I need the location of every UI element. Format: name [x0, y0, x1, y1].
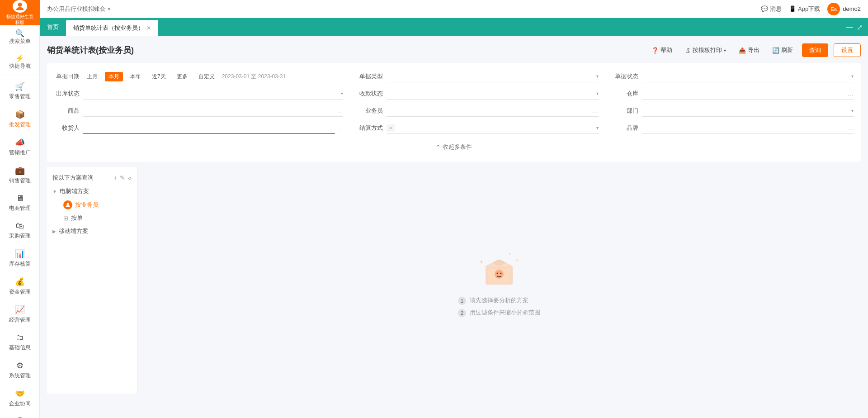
collapse-button[interactable]: ⌃ 收起多条件	[436, 143, 472, 151]
dept-select[interactable]: ▾	[642, 105, 854, 117]
sidebar-item-basic[interactable]: 🗂 基础信息	[0, 328, 39, 356]
sidebar-item-guide[interactable]: 🎯 新手引导	[0, 412, 39, 418]
salesperson-select[interactable]: …	[387, 105, 599, 117]
tip-num-2: 2	[458, 309, 466, 317]
app-download-label: App下载	[798, 5, 820, 13]
maximize-icon[interactable]: ⤢	[857, 23, 863, 32]
quick-nav-label: 快捷导航	[0, 62, 39, 70]
user-profile[interactable]: Ea demo2	[827, 3, 861, 15]
edit-scheme-icon[interactable]: ✎	[120, 174, 125, 181]
breadcrumb-arrow-icon[interactable]: ▾	[108, 5, 111, 12]
sidebar-item-purchase[interactable]: 🛍 采购管理	[0, 217, 39, 244]
minimize-icon[interactable]: —	[846, 23, 853, 31]
goods-select[interactable]: …	[83, 105, 343, 117]
date-more-btn[interactable]: 更多	[173, 72, 191, 81]
date-last-month-btn[interactable]: 上月	[83, 72, 101, 81]
sidebar-item-marketing[interactable]: 📣 营销推广	[0, 133, 39, 161]
query-button[interactable]: 查询	[802, 43, 828, 57]
sidebar-item-finance[interactable]: 💰 资金管理	[0, 272, 39, 300]
doc-status-select[interactable]: ▾	[642, 71, 854, 82]
settlement-select[interactable]: × ▾	[387, 122, 599, 134]
svg-point-5	[497, 273, 498, 274]
date-label: 单据日期	[54, 72, 80, 81]
date-this-year-btn[interactable]: 本年	[127, 72, 145, 81]
filter-warehouse: 仓库 …	[613, 88, 854, 100]
help-icon: ❓	[651, 47, 659, 54]
marketing-label: 营销推广	[9, 149, 31, 157]
left-panel: 按以下方案查询 + ✎ « ▼ 电脑端方案	[47, 167, 137, 394]
tree-arrow-down-icon: ▼	[52, 189, 57, 194]
date-filter-options: 上月 本月 本年 近7天 更多 自定义 2023-03-01 至 2023-03…	[83, 72, 343, 81]
doc-status-label: 单据状态	[613, 72, 638, 81]
out-status-select[interactable]: ▾	[83, 88, 343, 100]
refresh-icon: 🔄	[772, 47, 779, 54]
tree-desktop-section[interactable]: ▼ 电脑端方案	[47, 185, 137, 198]
tab-sales-report[interactable]: 销货单统计表（按业务员） ✕	[66, 20, 158, 36]
export-button[interactable]: 📤 导出	[735, 44, 763, 56]
sidebar-item-inventory[interactable]: 📊 库存核算	[0, 244, 39, 272]
print-arrow-icon: ▾	[724, 48, 726, 53]
mobile-section-label: 移动端方案	[59, 227, 88, 235]
enterprise-label: 企业协同	[9, 400, 31, 408]
help-button[interactable]: ❓ 帮助	[648, 44, 676, 56]
doc-type-select[interactable]: ▾	[387, 71, 599, 82]
inventory-icon: 📊	[15, 249, 25, 259]
sidebar-item-enterprise[interactable]: 🤝 企业协同	[0, 384, 39, 412]
tab-home[interactable]: 首页	[40, 18, 66, 36]
date-custom-btn[interactable]: 自定义	[195, 72, 218, 81]
search-menu[interactable]: 🔍 搜索菜单	[0, 25, 39, 50]
app-download-button[interactable]: 📱 App下载	[789, 5, 820, 13]
warehouse-select[interactable]: …	[642, 88, 854, 100]
receiver-input[interactable]	[83, 123, 335, 134]
warehouse-label: 仓库	[613, 90, 638, 98]
refresh-label: 刷新	[781, 46, 793, 54]
message-label: 消息	[770, 5, 782, 13]
sidebar-item-retail[interactable]: 🛒 零售管理	[0, 77, 39, 105]
sidebar-item-operation[interactable]: 📈 经营管理	[0, 300, 39, 328]
tree-item-by-order[interactable]: ⊞ 按单	[60, 212, 137, 224]
brand-select[interactable]: …	[642, 122, 854, 134]
print-button[interactable]: 🖨 按模板打印 ▾	[681, 44, 730, 56]
sidebar-item-ecommerce[interactable]: 🖥 电商管理	[0, 189, 39, 217]
sidebar-item-sales[interactable]: 💼 销售管理	[0, 161, 39, 189]
filter-dept: 部门 ▾	[613, 105, 854, 117]
by-order-label: 按单	[71, 214, 83, 222]
marketing-icon: 📣	[15, 138, 25, 147]
filter-doc-type: 单据类型 ▾	[358, 71, 599, 82]
pay-status-select[interactable]: ▾	[387, 88, 599, 100]
tab-close-icon[interactable]: ✕	[146, 25, 151, 31]
filter-doc-status: 单据状态 ▾	[613, 71, 854, 82]
user-name: demo2	[843, 5, 861, 12]
left-panel-header: 按以下方案查询 + ✎ «	[47, 171, 137, 185]
tree-item-by-salesperson[interactable]: 按业务员	[60, 198, 137, 212]
refresh-button[interactable]: 🔄 刷新	[769, 44, 797, 56]
pay-status-label: 收款状态	[358, 90, 383, 98]
system-label: 系统管理	[9, 372, 31, 380]
sidebar-item-wholesale[interactable]: 📦 批发管理	[0, 105, 39, 133]
add-scheme-icon[interactable]: +	[113, 174, 117, 181]
date-7days-btn[interactable]: 近7天	[148, 72, 170, 81]
message-button[interactable]: 💬 消息	[761, 5, 782, 13]
date-this-month-btn[interactable]: 本月	[105, 72, 123, 81]
dept-arrow-icon: ▾	[851, 108, 854, 113]
sidebar-logo[interactable]: 畅捷通好生意标版	[0, 0, 40, 25]
export-label: 导出	[748, 46, 760, 54]
settings-button[interactable]: 设置	[834, 43, 861, 57]
tip-text-2: 用过滤条件来缩小分析范围	[470, 309, 540, 317]
collapse-panel-icon[interactable]: «	[128, 174, 132, 181]
quick-nav[interactable]: ⚡ 快捷导航	[0, 50, 39, 75]
sales-label: 销售管理	[9, 177, 31, 185]
settlement-tag-close[interactable]: ×	[389, 125, 392, 131]
dept-label: 部门	[613, 107, 638, 115]
operation-label: 经营管理	[9, 316, 31, 324]
content: 销货单统计表(按业务员) ❓ 帮助 🖨 按模板打印 ▾ 📤 导出 🔄 刷新	[40, 36, 868, 418]
right-main: ✦ ✦ ✦ 1 请先选择要分析的方案 2 用过滤条件来缩小分析范围	[137, 167, 861, 394]
logo-text: 畅捷通好生意标版	[6, 14, 33, 25]
tree-desktop-children: 按业务员 ⊞ 按单	[47, 198, 137, 224]
sales-icon: 💼	[15, 166, 25, 176]
left-panel-title: 按以下方案查询	[52, 174, 94, 182]
tree-mobile-section[interactable]: ▶ 移动端方案	[47, 224, 137, 238]
sidebar-item-system[interactable]: ⚙ 系统管理	[0, 356, 39, 384]
filter-row-3: 商品 … 业务员 … 部门	[54, 105, 854, 117]
empty-tip-2: 2 用过滤条件来缩小分析范围	[458, 309, 540, 317]
